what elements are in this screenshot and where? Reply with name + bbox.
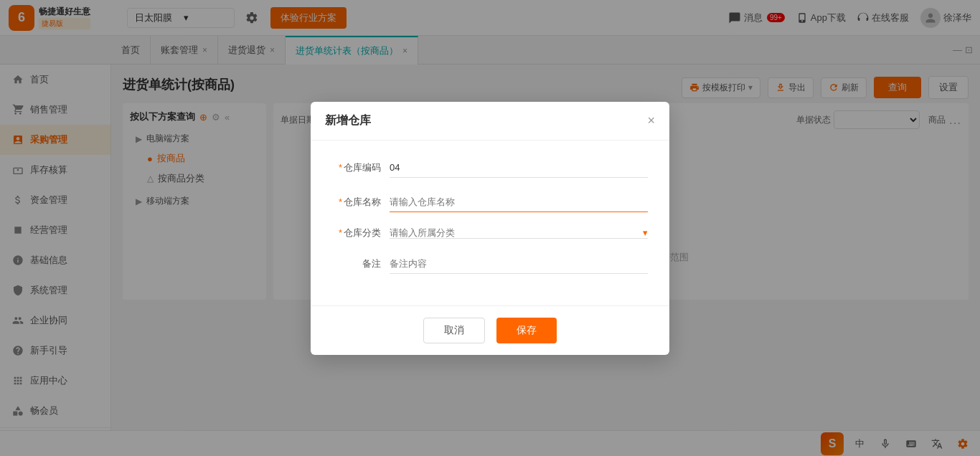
category-input[interactable]	[390, 227, 643, 238]
remark-input[interactable]	[390, 254, 648, 274]
warehouse-code-input[interactable]	[390, 158, 648, 178]
form-row-code: *仓库编码	[332, 158, 648, 178]
modal-title: 新增仓库	[325, 113, 371, 128]
name-label: *仓库名称	[332, 196, 390, 209]
modal-body: *仓库编码 *仓库名称 *仓库分类 ▾	[311, 141, 669, 305]
category-arrow-icon[interactable]: ▾	[643, 227, 648, 238]
form-row-category: *仓库分类 ▾	[332, 227, 648, 239]
save-button[interactable]: 保存	[496, 318, 557, 343]
modal-close-button[interactable]: ×	[647, 113, 655, 128]
new-warehouse-modal: 新增仓库 × *仓库编码 *仓库名称 *仓库分类	[311, 102, 669, 355]
modal-header: 新增仓库 ×	[311, 102, 669, 141]
category-select-wrapper: ▾	[390, 227, 648, 239]
form-row-remark: 备注	[332, 254, 648, 274]
modal-overlay[interactable]: 新增仓库 × *仓库编码 *仓库名称 *仓库分类	[0, 0, 980, 456]
category-label: *仓库分类	[332, 227, 390, 239]
warehouse-name-input[interactable]	[390, 192, 648, 212]
modal-footer: 取消 保存	[311, 305, 669, 355]
form-row-name: *仓库名称	[332, 192, 648, 212]
remark-label: 备注	[332, 257, 390, 270]
cancel-button[interactable]: 取消	[423, 318, 485, 343]
code-label: *仓库编码	[332, 161, 390, 174]
